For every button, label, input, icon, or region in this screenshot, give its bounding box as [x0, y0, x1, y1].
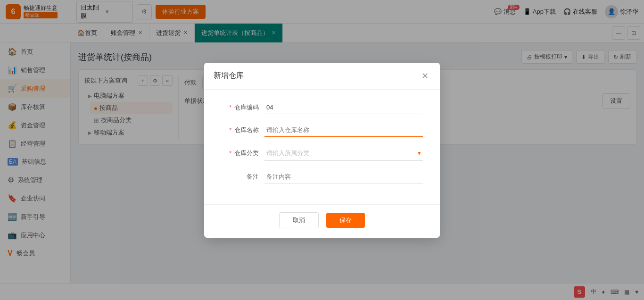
form-row-category: * 仓库分类 请输入所属分类 ▾	[221, 146, 423, 161]
name-label: * 仓库名称	[221, 126, 259, 134]
cancel-button[interactable]: 取消	[279, 212, 319, 228]
modal-overlay: 新增仓库 ✕ * 仓库编码 * 仓库名称	[0, 0, 644, 300]
required-star-code: *	[229, 104, 231, 111]
code-label: * 仓库编码	[221, 103, 259, 112]
category-label: * 仓库分类	[221, 149, 259, 158]
required-star-category: *	[229, 150, 231, 157]
new-warehouse-modal: 新增仓库 ✕ * 仓库编码 * 仓库名称	[204, 63, 440, 238]
form-row-remark: 备注	[221, 170, 423, 183]
modal-body: * 仓库编码 * 仓库名称 * 仓库分类 请输入所属	[204, 90, 440, 204]
save-button[interactable]: 保存	[326, 213, 365, 228]
form-row-name: * 仓库名称	[221, 124, 423, 137]
category-placeholder: 请输入所属分类	[266, 149, 309, 158]
remark-input[interactable]	[264, 170, 423, 183]
modal-header: 新增仓库 ✕	[204, 63, 440, 90]
category-arrow-icon: ▾	[418, 150, 421, 157]
modal-close-button[interactable]: ✕	[419, 70, 430, 82]
warehouse-name-input[interactable]	[264, 124, 423, 137]
modal-title: 新增仓库	[214, 71, 244, 81]
remark-label: 备注	[221, 173, 259, 181]
form-row-code: * 仓库编码	[221, 101, 423, 114]
category-select[interactable]: 请输入所属分类 ▾	[264, 146, 423, 161]
required-star-name: *	[229, 126, 231, 133]
modal-footer: 取消 保存	[204, 204, 440, 238]
warehouse-code-input[interactable]	[264, 101, 423, 114]
